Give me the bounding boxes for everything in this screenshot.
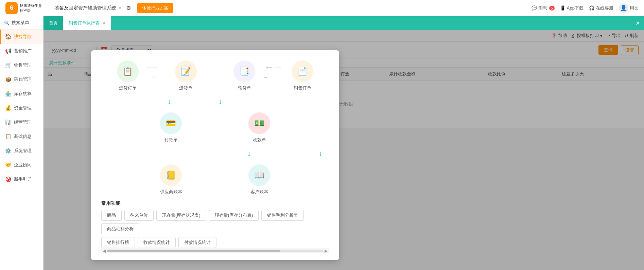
sidebar-item-guide[interactable]: 🎯 新手引导 (0, 172, 43, 186)
wf-h-arrow-2: ← - - - (264, 62, 283, 89)
wf-customer-account: 📖 客户账本 (239, 164, 280, 195)
tab-sales-order[interactable]: 销售订单执行表 × (63, 16, 111, 30)
modal: 📋 进货订单 - - - → 📝 进货单 (91, 50, 339, 260)
sales-icon: 🛒 (5, 62, 11, 68)
workflow-arrows-row: ↓ ↓ (101, 98, 329, 106)
workflow-row-1: 📋 进货订单 - - - → 📝 进货单 (101, 60, 329, 91)
func-btn-product[interactable]: 商品 (101, 210, 122, 221)
enterprise-icon: 🤝 (5, 162, 11, 168)
wf-supplier-account: 📒 供应商账本 (151, 164, 191, 195)
system-icon: ⚙️ (5, 148, 11, 154)
wf-sales-bill-icon: 📑 (233, 60, 255, 82)
scrollbar-area: ◀ ▶ (101, 248, 329, 253)
wf-down-arrows-2: ↓ ↓ (247, 150, 322, 158)
system-title: 装备及固定资产辅助管理系统 ▾ (54, 5, 121, 11)
func-btn-sales-rank[interactable]: 销售排行榜 (101, 237, 135, 248)
purchase-icon: 📦 (5, 76, 11, 83)
wf-supplier-account-icon: 📒 (160, 164, 182, 186)
top-right-area: 💬 消息 5 📱 App下载 🎧 在线客服 👤 用友 (532, 3, 639, 13)
wf-empty-left-2 (108, 150, 149, 158)
message-icon: 💬 (532, 5, 537, 11)
func-btn-supplier[interactable]: 往来单位 (124, 210, 154, 221)
sidebar-item-marketing[interactable]: 📢 营销推广 (0, 44, 43, 58)
main-area: 🔍 搜索菜单 🏠 快捷导航 📢 营销推广 🛒 销售管理 📦 采购管理 🏪 (0, 16, 644, 270)
wf-purchase-order-icon: 📋 (117, 60, 139, 82)
wf-supplier-account-label: 供应商账本 (160, 189, 182, 195)
func-btn-product-margin[interactable]: 商品毛利分析 (101, 223, 139, 234)
guide-icon: 🎯 (5, 176, 11, 182)
func-btn-stock-dist[interactable]: 现存量(库存分布表) (209, 210, 259, 221)
wf-payment-bill-label: 付款单 (164, 137, 178, 143)
tab-home[interactable]: 首页 (43, 16, 63, 30)
scroll-thumb (107, 250, 280, 252)
inventory-icon: 🏪 (5, 91, 11, 97)
message-badge: 5 (549, 6, 555, 11)
wf-h-arrow-1: - - - → (147, 62, 166, 89)
sidebar-item-basic[interactable]: 📋 基础信息 (0, 129, 43, 144)
scroll-track[interactable] (107, 250, 323, 252)
sidebar-item-purchase[interactable]: 📦 采购管理 (0, 72, 43, 87)
workflow-arrows-row-2: ↓ ↓ (101, 150, 329, 158)
scroll-right-arrow[interactable]: ▶ (325, 249, 328, 253)
settings-icon[interactable]: ⚙ (124, 3, 133, 13)
func-btn-sales-margin[interactable]: 销售毛利分析表 (261, 210, 304, 221)
workflow-row-3: 📒 供应商账本 📖 客户账本 (101, 164, 329, 195)
wf-purchase-order: 📋 进货订单 (108, 60, 147, 91)
wf-sales-bill-label: 销货单 (238, 85, 251, 91)
wf-purchase-bill: 📝 进货单 (166, 60, 205, 91)
sidebar-item-enterprise[interactable]: 🤝 企业协同 (0, 158, 43, 172)
message-button[interactable]: 💬 消息 5 (532, 5, 555, 11)
app-container: 6 畅康通好生意 标准版 装备及固定资产辅助管理系统 ▾ ⚙ 体验行业方案 💬 … (0, 0, 644, 270)
wf-receipt-bill-label: 收款单 (253, 137, 266, 143)
logo-area: 6 畅康通好生意 标准版 (5, 2, 49, 14)
sidebar-search[interactable]: 🔍 搜索菜单 (0, 16, 43, 30)
sidebar-item-inventory[interactable]: 🏪 库存核算 (0, 87, 43, 101)
wf-purchase-bill-icon: 📝 (175, 60, 197, 82)
home-icon: 🏠 (5, 34, 11, 40)
scroll-left-arrow[interactable]: ◀ (103, 249, 106, 253)
sidebar-item-operation[interactable]: 📊 经营管理 (0, 115, 43, 129)
func-buttons-row2: 销售排行榜 收款情况统计 付款情况统计 (101, 237, 329, 248)
operation-icon: 📊 (5, 119, 11, 125)
logo-text: 畅康通好生意 标准版 (20, 3, 42, 13)
func-btn-receipt-stats[interactable]: 收款情况统计 (138, 237, 176, 248)
tab-bar: 首页 销售订单执行表 × ✕ (43, 16, 644, 30)
wf-sales-bill: 📑 销货单 (225, 60, 264, 91)
user-menu[interactable]: 👤 用友 (619, 3, 639, 13)
wf-down-2: ↓ (200, 98, 241, 106)
wf-payment-bill: 💳 付款单 (151, 112, 191, 143)
common-functions-title: 常用功能 (101, 200, 329, 206)
trial-button[interactable]: 体验行业方案 (137, 3, 173, 13)
online-service-button[interactable]: 🎧 在线客服 (589, 5, 613, 11)
workflow: 📋 进货订单 - - - → 📝 进货单 (101, 60, 329, 195)
sidebar-item-sales[interactable]: 🛒 销售管理 (0, 58, 43, 72)
page-content: ❓ 帮助 🖨 按模板打印 ▾ ↗ 导出 ↺ (43, 30, 644, 270)
wf-purchase-order-label: 进货订单 (119, 85, 137, 91)
sidebar-item-system[interactable]: ⚙️ 系统管理 (0, 144, 43, 158)
wf-purchase-bill-label: 进货单 (179, 85, 192, 91)
dropdown-icon[interactable]: ▾ (119, 6, 121, 11)
download-icon: 📱 (560, 5, 565, 11)
wf-sales-order-icon: 📄 (292, 60, 313, 82)
search-icon: 🔍 (4, 20, 10, 25)
logo-icon: 6 (5, 2, 18, 14)
wf-bottom-pair: 📒 供应商账本 📖 客户账本 (151, 164, 280, 195)
wf-sales-order: 📄 销售订单 (283, 60, 322, 91)
sidebar: 🔍 搜索菜单 🏠 快捷导航 📢 营销推广 🛒 销售管理 📦 采购管理 🏪 (0, 16, 43, 270)
app-download-button[interactable]: 📱 App下载 (560, 5, 584, 11)
marketing-icon: 📢 (5, 48, 11, 54)
wf-customer-account-label: 客户账本 (250, 189, 268, 195)
tab-close-icon[interactable]: × (103, 21, 105, 25)
func-btn-stock-status[interactable]: 现存量(库存状况表) (156, 210, 206, 221)
common-functions: 常用功能 商品 往来单位 现存量(库存状况表) 现存量(库存分布表) 销售毛利分… (101, 200, 329, 248)
func-buttons: 商品 往来单位 现存量(库存状况表) 现存量(库存分布表) 销售毛利分析表 商品… (101, 210, 329, 234)
sidebar-item-quick-nav[interactable]: 🏠 快捷导航 (0, 30, 43, 44)
func-btn-payment-stats[interactable]: 付款情况统计 (178, 237, 216, 248)
sidebar-item-finance[interactable]: 💰 资金管理 (0, 101, 43, 115)
basic-icon: 📋 (5, 133, 11, 140)
tab-close-all[interactable]: ✕ (636, 20, 640, 26)
wf-receipt-bill-icon: 💵 (248, 112, 270, 134)
wf-right-pair: 📑 销货单 ← - - - 📄 销售订单 (225, 60, 322, 91)
wf-customer-account-icon: 📖 (248, 164, 270, 186)
wf-middle-pair: 💳 付款单 💵 收款单 (151, 112, 280, 143)
